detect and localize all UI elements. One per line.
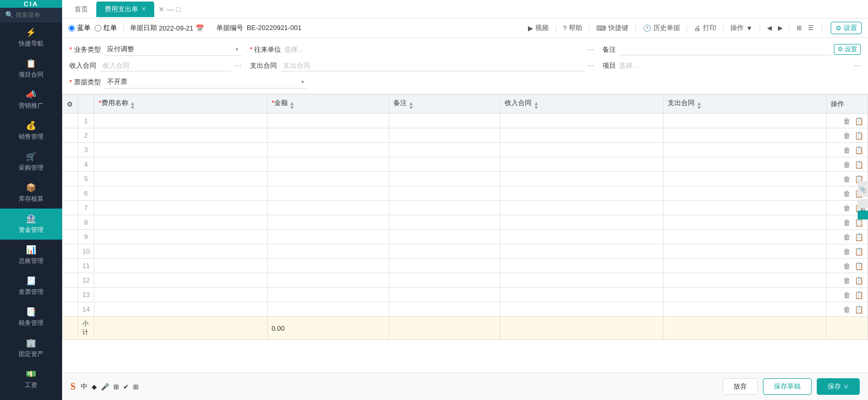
- history-btn[interactable]: 🕐 历史单据: [643, 23, 680, 33]
- sidebar-item-project-contract[interactable]: 📋 项目合同: [0, 53, 62, 84]
- sidebar-item-quick-nav[interactable]: ⚡ 快捷导航: [0, 22, 62, 53]
- tab-close-window-btn[interactable]: ✕: [158, 5, 165, 13]
- notes-input[interactable]: [619, 44, 831, 55]
- income-contract-cell[interactable]: [501, 273, 664, 288]
- expense-name-cell[interactable]: [94, 172, 267, 186]
- tab-expense[interactable]: 费用支出单✕: [96, 2, 154, 17]
- expense-name-cell[interactable]: [94, 201, 267, 215]
- col-gear[interactable]: ⚙: [63, 95, 78, 114]
- expense-name-cell[interactable]: [94, 114, 267, 128]
- expense-name-cell[interactable]: [94, 230, 267, 244]
- notes-cell[interactable]: [389, 230, 501, 244]
- expense-contract-cell[interactable]: [664, 302, 827, 317]
- notes-cell[interactable]: [389, 259, 501, 273]
- copy-row-icon[interactable]: 📋: [855, 305, 863, 314]
- amount-cell[interactable]: [267, 128, 389, 143]
- expense-contract-cell[interactable]: [664, 172, 827, 186]
- tab-minimize-btn[interactable]: —: [167, 5, 174, 13]
- sidebar-item-accounting[interactable]: 📊 总账管理: [0, 240, 62, 271]
- delete-row-icon[interactable]: 🗑: [843, 117, 850, 125]
- expense-contract-cell[interactable]: [664, 244, 827, 259]
- income-contract-input[interactable]: [99, 60, 231, 71]
- notes-cell[interactable]: [389, 288, 501, 302]
- tab-expense-close[interactable]: ✕: [141, 6, 146, 12]
- invoice-type-select[interactable]: 不开票 ▾: [104, 76, 307, 88]
- copy-row-icon[interactable]: 📋: [855, 233, 863, 241]
- business-type-select[interactable]: 应付调整 ▾: [104, 43, 242, 56]
- nav-prev-btn[interactable]: ◀: [767, 24, 772, 32]
- edge-tab-active[interactable]: 活: [858, 210, 868, 219]
- help-btn[interactable]: ? 帮助: [563, 23, 582, 33]
- amount-cell[interactable]: [267, 215, 389, 230]
- expense-contract-input[interactable]: [280, 60, 584, 71]
- video-btn[interactable]: ▶ 视频: [528, 23, 549, 33]
- notes-cell[interactable]: [389, 128, 501, 143]
- sort-expense-contract-icon[interactable]: ▲▼: [697, 101, 702, 110]
- income-contract-cell[interactable]: [501, 244, 664, 259]
- notes-cell[interactable]: [389, 157, 501, 172]
- income-contract-cell[interactable]: [501, 201, 664, 215]
- expense-contract-cell[interactable]: [664, 230, 827, 244]
- delete-row-icon[interactable]: 🗑: [843, 146, 850, 154]
- project-more-btn[interactable]: ···: [854, 61, 861, 70]
- expense-name-cell[interactable]: [94, 244, 267, 259]
- expense-name-cell[interactable]: [94, 273, 267, 288]
- tab-maximize-btn[interactable]: □: [176, 5, 180, 13]
- delete-row-icon[interactable]: 🗑: [843, 291, 850, 299]
- expense-name-cell[interactable]: [94, 143, 267, 157]
- invoice-type-chevron-icon[interactable]: ▾: [301, 79, 304, 85]
- delete-row-icon[interactable]: 🗑: [843, 160, 850, 169]
- print-btn[interactable]: 🖨 打印: [694, 23, 716, 33]
- notes-settings-btn[interactable]: ⚙ 设置: [834, 44, 861, 55]
- counterpart-more-btn[interactable]: ···: [587, 45, 594, 54]
- copy-row-icon[interactable]: 📋: [855, 291, 863, 299]
- sidebar-item-fixed-assets[interactable]: 🏢 固定资产: [0, 333, 62, 364]
- expense-contract-cell[interactable]: [664, 215, 827, 230]
- amount-cell[interactable]: [267, 186, 389, 201]
- save-button[interactable]: 保存 ∨: [817, 378, 860, 395]
- delete-row-icon[interactable]: 🗑: [843, 204, 850, 212]
- income-contract-cell[interactable]: [501, 143, 664, 157]
- income-contract-cell[interactable]: [501, 302, 664, 317]
- delete-row-icon[interactable]: 🗑: [843, 262, 850, 270]
- tab-home[interactable]: 首页: [66, 2, 96, 17]
- sidebar-item-salary[interactable]: 💵 工资: [0, 364, 62, 395]
- delete-row-icon[interactable]: 🗑: [843, 218, 850, 227]
- red-radio[interactable]: [95, 25, 101, 32]
- expense-contract-more-btn[interactable]: ···: [587, 61, 594, 70]
- operations-btn[interactable]: 操作 ▼: [730, 23, 753, 33]
- expense-contract-cell[interactable]: [664, 259, 827, 273]
- notes-cell[interactable]: [389, 244, 501, 259]
- income-contract-cell[interactable]: [501, 259, 664, 273]
- blue-radio[interactable]: [68, 25, 75, 32]
- delete-row-icon[interactable]: 🗑: [843, 276, 850, 285]
- expense-contract-cell[interactable]: [664, 273, 827, 288]
- amount-cell[interactable]: [267, 143, 389, 157]
- amount-cell[interactable]: [267, 157, 389, 172]
- expense-contract-cell[interactable]: [664, 143, 827, 157]
- edge-tab-log[interactable]: 日志: [858, 199, 868, 208]
- income-contract-cell[interactable]: [501, 186, 664, 201]
- notes-cell[interactable]: [389, 172, 501, 186]
- notes-cell[interactable]: [389, 143, 501, 157]
- search-input[interactable]: [16, 11, 57, 19]
- nav-next-btn[interactable]: ▶: [778, 24, 783, 32]
- expense-contract-cell[interactable]: [664, 157, 827, 172]
- sidebar-item-fund-mgmt[interactable]: 🏦 资金管理: [0, 209, 62, 240]
- delete-row-icon[interactable]: 🗑: [843, 175, 850, 183]
- income-contract-more-btn[interactable]: ···: [234, 61, 241, 70]
- notes-cell[interactable]: [389, 201, 501, 215]
- expense-contract-cell[interactable]: [664, 114, 827, 128]
- income-contract-cell[interactable]: [501, 114, 664, 128]
- sidebar-item-invoice-mgmt[interactable]: 🧾 发票管理: [0, 271, 62, 302]
- sidebar-search-bar[interactable]: 🔍: [0, 8, 62, 22]
- copy-row-icon[interactable]: 📋: [855, 146, 863, 154]
- income-contract-cell[interactable]: [501, 128, 664, 143]
- list-view-btn[interactable]: ☰: [808, 24, 814, 32]
- save-draft-button[interactable]: 保存草稿: [763, 378, 812, 395]
- expense-name-cell[interactable]: [94, 302, 267, 317]
- expense-contract-cell[interactable]: [664, 201, 827, 215]
- edge-tab-attach[interactable]: 📎: [858, 181, 868, 197]
- sort-expense-name-icon[interactable]: ▲▼: [130, 101, 135, 110]
- settings-btn[interactable]: ⚙ 设置: [831, 22, 862, 34]
